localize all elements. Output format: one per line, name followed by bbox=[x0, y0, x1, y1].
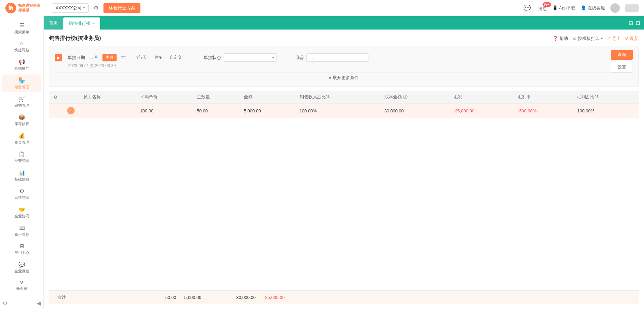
cell-qty: 50.00 bbox=[193, 104, 240, 118]
search-menu-icon: ☰ bbox=[19, 22, 24, 29]
sidebar-item-member[interactable]: V 畅会员 bbox=[2, 277, 41, 294]
sidebar-item-marketing[interactable]: 📢 营销推广 bbox=[2, 56, 41, 74]
expand-more-button[interactable]: ▾ 展开更多条件 bbox=[329, 75, 359, 81]
goods-label: 商品 bbox=[296, 55, 304, 61]
tab-bar: 首页 销售排行榜 × ⊟ ⊡ bbox=[44, 16, 644, 30]
col-header-amount: 全额 bbox=[240, 91, 296, 104]
date-tab-custom[interactable]: 自定义 bbox=[167, 54, 185, 61]
sidebar-item-system[interactable]: ⚙ 系统管理 bbox=[2, 185, 41, 203]
cell-gross-pct: 100.00% bbox=[573, 104, 639, 118]
sidebar-item-guide[interactable]: 📖 新手引导 bbox=[2, 222, 41, 240]
purchase-icon: 🛒 bbox=[18, 96, 25, 102]
online-service-link[interactable]: 👤 在线客服 bbox=[581, 5, 605, 11]
table-row: 1 100.00 50.00 5,000.00 100.00% 30,000.0… bbox=[49, 104, 639, 118]
footer-gross: -25,000.00 bbox=[260, 295, 289, 300]
help-button[interactable]: ❓ 帮助 bbox=[553, 36, 568, 42]
help-icon: ❓ bbox=[553, 36, 558, 41]
status-select[interactable] bbox=[223, 53, 277, 62]
sidebar-item-search[interactable]: ☰ 搜索菜单 bbox=[2, 19, 41, 37]
username-display bbox=[625, 4, 639, 12]
minimize-icon[interactable]: ⊟ bbox=[629, 20, 633, 26]
tab-home[interactable]: 首页 bbox=[44, 16, 63, 30]
expand-icon: ▾ bbox=[329, 75, 331, 81]
app-download-link[interactable]: 📱 App下载 bbox=[552, 5, 575, 11]
sidebar-item-sales[interactable]: 🏪 销售管理 bbox=[2, 74, 41, 92]
cell-rank: 1 bbox=[62, 104, 79, 118]
cell-settings bbox=[49, 104, 62, 118]
sidebar-item-purchase[interactable]: 🛒 采购管理 bbox=[2, 93, 41, 111]
export-button[interactable]: ↗ 导出 bbox=[607, 36, 621, 42]
tab-sales-ranking[interactable]: 销售排行榜 × bbox=[63, 17, 100, 30]
date-tab-7days[interactable]: 近7天 bbox=[133, 54, 150, 61]
sidebar-item-operations[interactable]: 📋 经营管理 bbox=[2, 148, 41, 166]
col-header-gross-pct: 毛利占比% bbox=[573, 91, 639, 104]
data-table-wrapper: ⚙ 员工名称 平均单价 主数量 全额 销售收入占比% 成本全额 ⓘ 毛利 毛利率 bbox=[49, 91, 639, 290]
user-avatar[interactable] bbox=[610, 3, 620, 13]
print-icon: 🖨 bbox=[572, 36, 576, 41]
appstore-icon: 🖥 bbox=[19, 243, 25, 249]
filter-toggle-btn[interactable]: ▶ bbox=[55, 54, 62, 61]
marketing-icon: 📢 bbox=[18, 59, 25, 65]
rank-badge: 1 bbox=[67, 107, 75, 114]
table-footer: 合计 50.00 5,000.00 30,000.00 -25,000.00 bbox=[49, 290, 639, 304]
service-icon: 👤 bbox=[581, 5, 586, 10]
cell-cost: 30,000.00 bbox=[380, 104, 449, 118]
company-selector[interactable]: XXXXXX公司 ▾ bbox=[52, 3, 89, 13]
sales-icon: 🏪 bbox=[18, 77, 25, 84]
sidebar-item-collab[interactable]: 🤝 企业协同 bbox=[2, 204, 41, 221]
cell-avg-price: 100.00 bbox=[136, 104, 193, 118]
guide-icon: 📖 bbox=[18, 225, 25, 231]
query-button[interactable]: 查询 bbox=[611, 50, 633, 60]
col-header-gross: 毛利 bbox=[449, 91, 514, 104]
inventory-icon: 📦 bbox=[18, 114, 25, 120]
refresh-button[interactable]: ↺ 刷新 bbox=[625, 36, 639, 42]
member-icon: V bbox=[20, 280, 23, 285]
sidebar-item-shortcut[interactable]: ⌂ 快捷导航 bbox=[2, 38, 41, 55]
app-logo: 畅 bbox=[5, 3, 16, 13]
date-tabs: 上月 本月 本年 近7天 更多 自定义 bbox=[87, 54, 185, 61]
sidebar-item-appstore[interactable]: 🖥 应用中心 bbox=[2, 241, 41, 258]
notification-area[interactable]: 💬 99+ 消息 bbox=[523, 4, 547, 12]
wechat-icon: 💬 bbox=[18, 261, 25, 268]
date-tab-more[interactable]: 更多 bbox=[151, 54, 165, 61]
date-tab-this-month[interactable]: 本月 bbox=[102, 54, 117, 61]
data-table: ⚙ 员工名称 平均单价 主数量 全额 销售收入占比% 成本全额 ⓘ 毛利 毛利率 bbox=[49, 91, 639, 118]
col-header-settings[interactable]: ⚙ bbox=[49, 91, 62, 104]
sidebar-item-wechat[interactable]: 💬 企业微信 bbox=[2, 259, 41, 276]
sidebar-item-basics[interactable]: 📊 基础信息 bbox=[2, 167, 41, 185]
sidebar-item-finance[interactable]: 💰 资金管理 bbox=[2, 130, 41, 148]
col-header-rank bbox=[62, 91, 79, 104]
date-tab-prev-month[interactable]: 上月 bbox=[87, 54, 101, 61]
maximize-icon[interactable]: ⊡ bbox=[636, 20, 640, 26]
print-arrow-icon: ▾ bbox=[601, 36, 603, 41]
sidebar-item-inventory[interactable]: 📦 库存核算 bbox=[2, 111, 41, 129]
filter-settings-button[interactable]: 设置 bbox=[611, 62, 633, 72]
filter-area: ▶ 单据日期 上月 本月 本年 近7天 bbox=[49, 46, 639, 87]
gear-button[interactable]: ⚙ bbox=[91, 3, 101, 13]
col-header-avg-price: 平均单价 bbox=[136, 91, 193, 104]
basics-icon: 📊 bbox=[18, 169, 25, 176]
goods-input[interactable] bbox=[306, 53, 369, 62]
cell-employee bbox=[79, 104, 136, 118]
expand-more-row: ▾ 展开更多条件 bbox=[55, 72, 633, 83]
footer-amount: 5,000.00 bbox=[180, 295, 206, 300]
download-icon: 📱 bbox=[552, 5, 558, 10]
system-icon: ⚙ bbox=[19, 188, 24, 194]
notification-badge: 99+ bbox=[543, 2, 551, 7]
col-header-cost: 成本全额 ⓘ bbox=[380, 91, 449, 104]
col-header-qty: 主数量 bbox=[193, 91, 240, 104]
cell-gross: -25,000.00 bbox=[449, 104, 514, 118]
trial-button[interactable]: 体验行业方案 bbox=[103, 3, 140, 13]
col-header-sales-pct: 销售收入占比% bbox=[296, 91, 380, 104]
date-tab-this-year[interactable]: 本年 bbox=[118, 54, 132, 61]
cell-sales-pct: 100.00% bbox=[296, 104, 380, 118]
finance-icon: 💰 bbox=[18, 133, 25, 139]
collab-icon: 🤝 bbox=[18, 206, 25, 213]
print-button[interactable]: 🖨 按模板打印 ▾ bbox=[572, 36, 603, 42]
sidebar-collapse-btn[interactable]: ◀ bbox=[37, 300, 41, 306]
sidebar-nav: ☰ 搜索菜单 ⌂ 快捷导航 📢 营销推广 🏪 销售管理 🛒 采购管理 bbox=[0, 16, 43, 297]
export-icon: ↗ bbox=[607, 36, 611, 41]
sidebar-settings-btn[interactable]: ⚙ bbox=[3, 300, 7, 306]
footer-qty: 50.00 bbox=[161, 295, 180, 300]
tab-close-icon[interactable]: × bbox=[92, 21, 95, 26]
